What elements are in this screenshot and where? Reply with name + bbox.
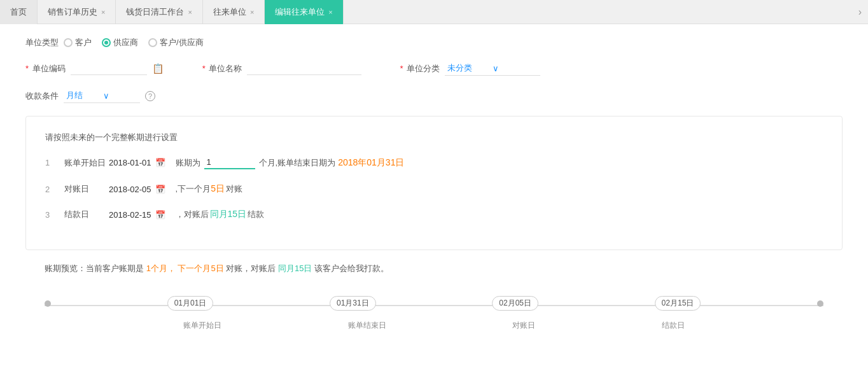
- period-index-3: 3: [45, 210, 64, 220]
- payment-label: 收款条件: [25, 90, 59, 102]
- cal-icon-3[interactable]: 📅: [155, 210, 165, 220]
- preview-part1: 1个月，: [146, 264, 176, 273]
- payment-select[interactable]: 月结 ∨: [64, 88, 140, 103]
- timeline-badge-3: 02月05日: [492, 296, 538, 311]
- unit-name-input[interactable]: 河南供应商22: [247, 62, 361, 75]
- period-row-2: 2 对账日 2018-02-05 📅 ,下一个月 5日 对账: [45, 183, 823, 195]
- unit-code-icon[interactable]: 📋: [152, 63, 164, 74]
- period-card: 请按照未来的一个完整帐期进行设置 1 账单开始日 2018-01-01 📅 账期…: [25, 116, 843, 250]
- unit-class-field: * 单位分类 未分类 ∨: [400, 61, 540, 76]
- timeline-badge-1: 01月01日: [167, 296, 214, 311]
- period-highlight-2: 5日: [211, 183, 225, 195]
- radio-label-customer-supplier: 客户/供应商: [160, 37, 204, 48]
- tab-bar: 首页 销售订单历史 × 钱货日清工作台 × 往来单位 × 编辑往来单位 × ›: [0, 0, 868, 24]
- payment-row: 收款条件 月结 ∨ ?: [25, 88, 843, 103]
- close-tab-edit-partner[interactable]: ×: [328, 8, 332, 16]
- tl-label-1: 账单开始日: [183, 320, 221, 331]
- period-end-date-1: 2018年01月31日: [338, 157, 404, 169]
- payment-field: 收款条件 月结 ∨ ?: [25, 88, 155, 103]
- timeline-badge-2: 01月31日: [330, 296, 376, 311]
- tab-partner-unit[interactable]: 往来单位 ×: [203, 0, 265, 24]
- unit-type-label: 单位类型: [25, 37, 59, 48]
- timeline-point-1: 01月01日: [167, 296, 214, 311]
- preview-suffix: 该客户会给我打款。: [314, 264, 389, 273]
- timeline-points: 01月01日 01月31日 02月05日 02月15日: [45, 296, 823, 311]
- period-label-1: 账单开始日: [64, 157, 109, 169]
- period-highlight-3: 同月15日: [210, 209, 247, 220]
- period-row-3: 3 结款日 2018-02-15 📅 ，对账后 同月15日 结款: [45, 209, 823, 220]
- close-tab-sales-history[interactable]: ×: [101, 8, 105, 16]
- timeline-point-2: 01月31日: [330, 296, 376, 311]
- radio-customer-supplier[interactable]: 客户/供应商: [148, 37, 204, 48]
- close-tab-partner-unit[interactable]: ×: [250, 8, 254, 16]
- radio-circle-customer: [64, 38, 73, 47]
- unit-class-dropdown-icon: ∨: [493, 64, 538, 73]
- period-suffix-2: 对账: [226, 183, 242, 195]
- unit-class-select[interactable]: 未分类 ∨: [445, 61, 540, 76]
- preview-prefix: 账期预览：当前客户账期是: [45, 264, 144, 273]
- timeline-container: 01月01日 01月31日 02月05日 02月15日: [25, 290, 843, 350]
- period-row-1: 1 账单开始日 2018-01-01 📅 账期为 个月,账单结束日期为 2018…: [45, 156, 823, 169]
- timeline-track: 01月01日 01月31日 02月05日 02月15日: [45, 296, 823, 315]
- period-suffix-1: 个月,账单结束日期为: [259, 157, 336, 169]
- tl-label-4: 结款日: [662, 320, 685, 331]
- payment-help-icon[interactable]: ?: [145, 91, 155, 101]
- required-star-class: *: [400, 64, 403, 73]
- cal-icon-2[interactable]: 📅: [155, 185, 165, 194]
- unit-class-value: 未分类: [447, 62, 493, 74]
- period-mid-1: 账期为: [176, 157, 200, 169]
- payment-value: 月结: [66, 90, 101, 101]
- unit-code-label: * 单位编码: [25, 63, 66, 74]
- timeline-badge-4: 02月15日: [655, 296, 701, 311]
- period-date-2: 2018-02-05: [109, 185, 151, 194]
- period-prefix-3: ，对账后: [176, 209, 209, 220]
- tl-label-2: 账单结束日: [348, 320, 386, 331]
- timeline-labels: 账单开始日 账单结束日 对账日 结款日: [45, 320, 823, 331]
- main-content: 单位类型 客户 供应商 客户/供应商 * 单位编码: [0, 24, 868, 387]
- unit-type-row: 单位类型 客户 供应商 客户/供应商: [25, 37, 843, 48]
- required-star-code: *: [25, 64, 29, 73]
- card-title: 请按照未来的一个完整帐期进行设置: [45, 132, 823, 143]
- preview-part2: 下一个月5日: [178, 264, 223, 273]
- tl-spacer-end: [811, 320, 817, 331]
- timeline-point-4: 02月15日: [655, 296, 701, 311]
- radio-label-customer: 客户: [75, 37, 92, 48]
- close-tab-cash-work[interactable]: ×: [188, 8, 192, 16]
- tab-expand-icon[interactable]: ›: [852, 6, 868, 18]
- timeline-start: [45, 300, 51, 307]
- payment-dropdown-icon: ∨: [103, 91, 137, 101]
- unit-code-field: * 单位编码 000001 📋: [25, 62, 164, 75]
- unit-name-label: * 单位名称: [202, 63, 242, 74]
- unit-type-radio-group: 客户 供应商 客户/供应商: [64, 37, 204, 48]
- period-index-1: 1: [45, 158, 64, 167]
- period-prefix-2: ,下一个月: [176, 183, 211, 195]
- radio-supplier[interactable]: 供应商: [102, 37, 138, 48]
- preview-section: 账期预览：当前客户账期是 1个月， 下一个月5日 对账，对账后 同月15日 该客…: [25, 263, 843, 274]
- preview-part3: 同月15日: [278, 264, 312, 273]
- tl-spacer-start: [51, 320, 57, 331]
- radio-circle-supplier: [102, 38, 111, 47]
- tab-home[interactable]: 首页: [0, 0, 38, 24]
- timeline-end-dot: [817, 300, 823, 307]
- required-star-name: *: [202, 64, 206, 73]
- unit-code-input[interactable]: 000001: [71, 62, 147, 75]
- period-label-2: 对账日: [64, 183, 109, 195]
- cal-icon-1[interactable]: 📅: [155, 158, 165, 167]
- unit-type-field: 单位类型 客户 供应商 客户/供应商: [25, 37, 204, 48]
- tl-label-3: 对账日: [512, 320, 535, 331]
- tab-sales-history[interactable]: 销售订单历史 ×: [38, 0, 116, 24]
- period-label-3: 结款日: [64, 209, 109, 220]
- period-months-input[interactable]: [204, 156, 255, 169]
- unit-info-row: * 单位编码 000001 📋 * 单位名称 河南供应商22 * 单位分类 未分…: [25, 61, 843, 76]
- tab-cash-work[interactable]: 钱货日清工作台 ×: [116, 0, 202, 24]
- period-date-3: 2018-02-15: [109, 210, 151, 220]
- radio-circle-customer-supplier: [148, 38, 157, 47]
- radio-label-supplier: 供应商: [113, 37, 138, 48]
- period-date-1: 2018-01-01: [109, 158, 151, 167]
- tab-edit-partner[interactable]: 编辑往来单位 ×: [265, 0, 343, 24]
- preview-mid: 对账，对账后: [226, 264, 276, 273]
- radio-customer[interactable]: 客户: [64, 37, 92, 48]
- unit-name-field: * 单位名称 河南供应商22: [202, 62, 362, 75]
- timeline-point-3: 02月05日: [492, 296, 538, 311]
- period-index-2: 2: [45, 185, 64, 194]
